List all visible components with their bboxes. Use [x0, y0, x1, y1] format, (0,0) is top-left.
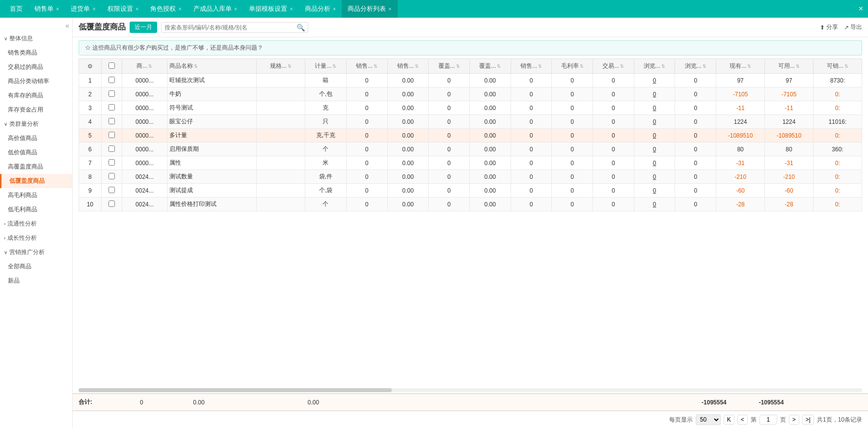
sidebar-section-marketing[interactable]: ∨ 营销推广分析 — [0, 245, 72, 259]
cell-check[interactable] — [101, 115, 122, 129]
th-cov1[interactable]: 覆盖...⇅ — [429, 59, 470, 74]
th-gross[interactable]: 毛利率⇅ — [552, 59, 593, 74]
row-checkbox[interactable] — [108, 77, 115, 83]
nav-tab-purchase[interactable]: 进货单 × — [65, 0, 101, 18]
th-settings[interactable]: ⚙ — [79, 59, 102, 74]
share-button[interactable]: ⬆ 分享 — [820, 23, 838, 31]
row-checkbox[interactable] — [108, 173, 115, 179]
th-cov2[interactable]: 覆盖...⇅ — [469, 59, 511, 74]
cell-browse1[interactable]: 0 — [634, 143, 675, 156]
cell-check[interactable] — [101, 198, 122, 211]
cell-check[interactable] — [101, 170, 122, 184]
th-browse1[interactable]: 浏览...⇅ — [634, 59, 675, 74]
th-browse2[interactable]: 浏览...⇅ — [675, 59, 716, 74]
cell-check[interactable] — [101, 184, 122, 198]
close-sales-tab[interactable]: × — [56, 6, 59, 12]
sidebar-item-high-coverage[interactable]: 高覆盖度商品 — [0, 160, 72, 174]
sidebar-item-low-coverage[interactable]: 低覆盖度商品 — [0, 174, 72, 188]
cell-check[interactable] — [101, 156, 122, 170]
close-template-tab[interactable]: × — [290, 6, 293, 12]
th-unit[interactable]: 计量...⇅ — [305, 59, 347, 74]
row-checkbox[interactable] — [108, 118, 115, 124]
close-role-tab[interactable]: × — [178, 6, 181, 12]
nav-tab-template[interactable]: 单据模板设置 × — [243, 0, 298, 18]
sidebar-section-overall[interactable]: ∨ 整体信息 — [0, 31, 72, 46]
nav-tab-product-in[interactable]: 产成品入库单 × — [188, 0, 243, 18]
cell-browse1[interactable]: 0 — [634, 156, 675, 170]
row-checkbox[interactable] — [108, 159, 115, 166]
sidebar-item-sales-goods[interactable]: 销售类商品 — [0, 46, 72, 60]
sidebar-item-inventory-capital[interactable]: 库存资金占用 — [0, 103, 72, 117]
sidebar-section-growth[interactable]: › 成长性分析 — [0, 231, 72, 245]
cell-browse1[interactable]: 0 — [634, 101, 675, 115]
row-checkbox[interactable] — [108, 104, 115, 111]
row-checkbox[interactable] — [108, 200, 115, 207]
row-checkbox[interactable] — [108, 90, 115, 97]
sidebar-item-high-value[interactable]: 高价值商品 — [0, 131, 72, 145]
sidebar-item-new-goods[interactable]: 新品 — [0, 274, 72, 288]
cell-browse1[interactable]: 0 — [634, 115, 675, 129]
nav-tab-home[interactable]: 首页 — [4, 0, 28, 18]
th-trade[interactable]: 交易...⇅ — [593, 59, 634, 74]
th-name[interactable]: 商品名称⇅ — [167, 59, 257, 74]
sidebar-item-stocked-goods[interactable]: 有库存的商品 — [0, 88, 72, 103]
cell-browse1[interactable]: 0 — [634, 87, 675, 101]
close-analysis-tab[interactable]: × — [333, 6, 336, 12]
th-sale3[interactable]: 销售...⇅ — [511, 59, 552, 74]
close-product-in-tab[interactable]: × — [234, 6, 237, 12]
sidebar-item-traded-goods[interactable]: 交易过的商品 — [0, 60, 72, 74]
next-page-button[interactable]: > — [789, 415, 799, 425]
first-page-button[interactable]: K — [724, 415, 734, 425]
search-icon[interactable]: 🔍 — [297, 24, 305, 31]
cell-browse1[interactable]: 0 — [634, 170, 675, 184]
cell-check[interactable] — [101, 101, 122, 115]
sidebar-item-low-value[interactable]: 低价值商品 — [0, 145, 72, 160]
export-button[interactable]: ↗ 导出 — [844, 23, 862, 31]
th-check[interactable] — [101, 59, 122, 74]
row-checkbox[interactable] — [108, 132, 115, 138]
th-code[interactable]: 商...⇅ — [122, 59, 167, 74]
th-sale-amt[interactable]: 销售...⇅ — [387, 59, 429, 74]
cell-browse1[interactable]: 0 — [634, 74, 675, 87]
th-stock2[interactable]: 可用...⇅ — [765, 59, 814, 74]
cell-check[interactable] — [101, 87, 122, 101]
sidebar-item-low-margin[interactable]: 低毛利商品 — [0, 202, 72, 217]
row-checkbox[interactable] — [108, 187, 115, 193]
cell-check[interactable] — [101, 74, 122, 87]
th-spec[interactable]: 规格...⇅ — [257, 59, 305, 74]
close-purchase-tab[interactable]: × — [92, 6, 95, 12]
th-stock1[interactable]: 现有...⇅ — [716, 59, 765, 74]
select-all-checkbox[interactable] — [108, 62, 115, 69]
cell-browse1[interactable]: 0 — [634, 198, 675, 211]
cell-browse1[interactable]: 0 — [634, 129, 675, 143]
search-input[interactable] — [164, 24, 297, 31]
nav-tab-role[interactable]: 角色授权 × — [144, 0, 187, 18]
time-filter-button[interactable]: 近一月 — [130, 22, 157, 33]
cell-check[interactable] — [101, 143, 122, 156]
nav-tab-permissions[interactable]: 权限设置 × — [102, 0, 144, 18]
prev-page-button[interactable]: < — [737, 415, 748, 425]
sidebar-collapse-button[interactable]: « — [0, 20, 72, 31]
sidebar-item-category-rate[interactable]: 商品分类动销率 — [0, 74, 72, 88]
per-page-select[interactable]: 50 20 100 — [696, 414, 721, 425]
close-analysis-list-tab[interactable]: × — [388, 6, 391, 12]
cell-sale3: 0 — [511, 115, 552, 129]
th-sale-qty[interactable]: 销售...⇅ — [346, 59, 387, 74]
nav-tab-analysis[interactable]: 商品分析 × — [299, 0, 342, 18]
th-avail[interactable]: 可销...⇅ — [814, 59, 862, 74]
row-checkbox[interactable] — [108, 145, 115, 152]
last-page-button[interactable]: >| — [802, 415, 814, 425]
sidebar-section-circulation[interactable]: › 流通性分析 — [0, 217, 72, 231]
cell-browse1[interactable]: 0 — [634, 184, 675, 198]
page-number-input[interactable] — [760, 415, 777, 425]
cell-check[interactable] — [101, 129, 122, 143]
sidebar-item-high-margin[interactable]: 高毛利商品 — [0, 188, 72, 202]
close-all-tabs[interactable]: × — [859, 4, 863, 13]
nav-tab-sales[interactable]: 销售单 × — [28, 0, 65, 18]
horizontal-scrollbar[interactable] — [73, 387, 868, 393]
nav-tab-analysis-list[interactable]: 商品分析列表 × — [342, 0, 397, 18]
scrollbar-thumb[interactable] — [79, 388, 392, 392]
close-permissions-tab[interactable]: × — [136, 6, 138, 12]
sidebar-section-cluster[interactable]: ∨ 类群量分析 — [0, 117, 72, 131]
sidebar-item-all-goods[interactable]: 全部商品 — [0, 259, 72, 274]
